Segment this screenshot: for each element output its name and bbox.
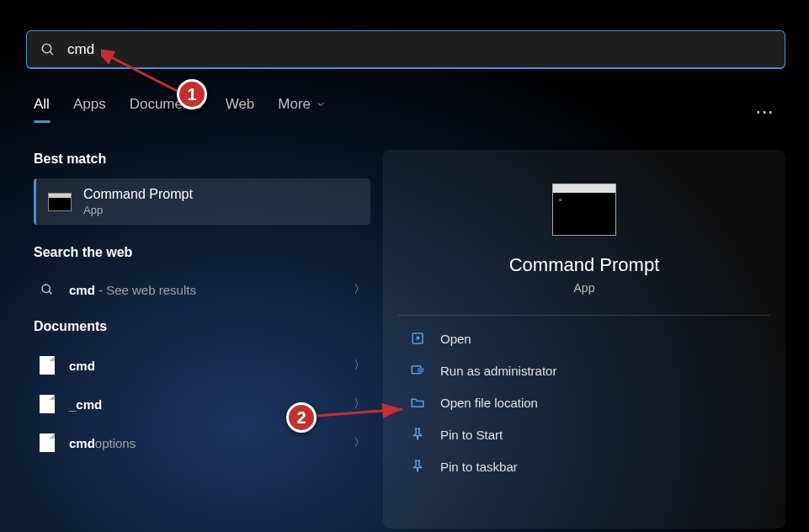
- chevron-right-icon: 〉: [354, 282, 365, 297]
- best-match-result[interactable]: Command Prompt App: [34, 178, 370, 225]
- action-open-file-location[interactable]: Open file location: [398, 386, 770, 418]
- annotation-badge-1: 1: [177, 79, 207, 109]
- search-box[interactable]: [26, 30, 785, 69]
- web-result-text: cmd - See web results: [69, 283, 340, 297]
- chevron-right-icon: 〉: [354, 435, 365, 450]
- action-label: Pin to taskbar: [440, 460, 518, 474]
- search-input[interactable]: [67, 41, 771, 58]
- divider: [398, 315, 770, 316]
- document-icon: [39, 356, 56, 375]
- best-match-subtitle: App: [83, 204, 193, 216]
- document-row[interactable]: _cmd 〉: [34, 385, 370, 423]
- overflow-menu-icon[interactable]: ⋯: [755, 101, 775, 123]
- chevron-right-icon: 〉: [354, 396, 365, 412]
- section-search-web: Search the web: [34, 245, 370, 260]
- section-best-match: Best match: [34, 152, 370, 167]
- preview-title: Command Prompt: [398, 254, 770, 276]
- command-prompt-icon: [48, 193, 72, 211]
- tab-apps[interactable]: Apps: [73, 96, 106, 120]
- action-label: Run as administrator: [440, 364, 556, 378]
- open-icon: [410, 331, 425, 346]
- shield-admin-icon: [410, 363, 425, 378]
- tab-more[interactable]: More: [278, 96, 326, 120]
- tab-all[interactable]: All: [34, 96, 50, 120]
- svg-line-3: [49, 291, 51, 294]
- svg-point-0: [42, 44, 51, 53]
- action-label: Pin to Start: [440, 428, 503, 442]
- search-icon: [40, 42, 56, 57]
- action-label: Open file location: [440, 396, 538, 410]
- chevron-down-icon: [316, 99, 326, 109]
- pin-icon: [410, 459, 425, 474]
- section-documents: Documents: [34, 319, 370, 334]
- preview-panel: Command Prompt App Open Run as administr…: [383, 150, 785, 529]
- results-column: Best match Command Prompt App Search the…: [34, 152, 370, 462]
- document-name: cmd: [69, 359, 340, 373]
- tab-web[interactable]: Web: [226, 96, 255, 120]
- action-pin-to-start[interactable]: Pin to Start: [398, 418, 770, 450]
- action-run-as-administrator[interactable]: Run as administrator: [398, 354, 770, 386]
- action-label: Open: [440, 332, 471, 346]
- pin-icon: [410, 427, 425, 442]
- svg-line-1: [50, 51, 53, 55]
- command-prompt-icon: [552, 184, 616, 236]
- action-pin-to-taskbar[interactable]: Pin to taskbar: [398, 450, 770, 482]
- document-row[interactable]: cmdoptions 〉: [34, 423, 370, 462]
- action-open[interactable]: Open: [398, 322, 770, 354]
- folder-icon: [410, 395, 425, 410]
- web-result-row[interactable]: cmd - See web results 〉: [34, 272, 370, 307]
- tab-more-label: More: [278, 96, 311, 113]
- best-match-text: Command Prompt App: [83, 187, 193, 216]
- annotation-badge-2: 2: [286, 402, 317, 433]
- search-icon: [39, 283, 56, 296]
- preview-subtitle: App: [398, 281, 770, 295]
- chevron-right-icon: 〉: [354, 358, 365, 373]
- svg-point-2: [42, 285, 50, 292]
- best-match-title: Command Prompt: [83, 187, 193, 202]
- document-icon: [39, 434, 56, 452]
- document-name: cmdoptions: [69, 436, 340, 450]
- document-icon: [39, 395, 56, 413]
- document-row[interactable]: cmd 〉: [34, 346, 370, 385]
